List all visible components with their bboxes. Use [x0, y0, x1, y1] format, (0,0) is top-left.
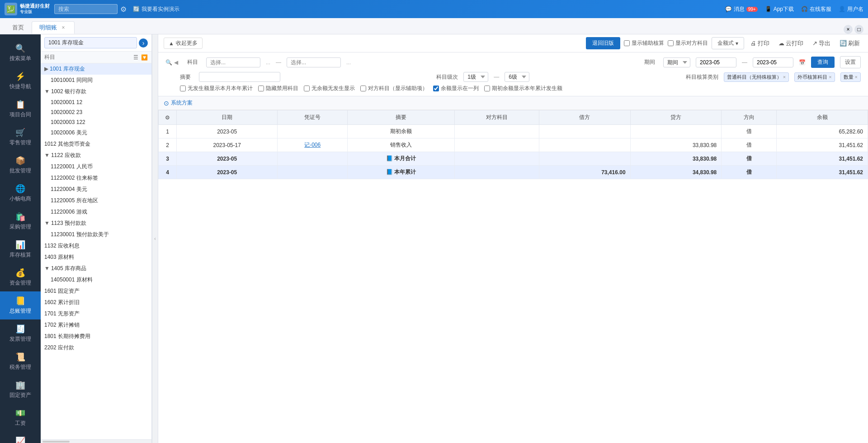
subject-sep2: ...	[346, 59, 351, 66]
window-close-btn[interactable]: ×	[844, 25, 853, 34]
online-service-btn[interactable]: 🎧 在线客服	[801, 5, 831, 13]
cb-balance-col[interactable]: 余额显示在一列	[433, 85, 479, 92]
tab-home[interactable]: 首页	[5, 21, 32, 34]
subject-input-from[interactable]	[206, 57, 260, 67]
cb-no-occur[interactable]: 无发生额显示本月本年累计	[180, 85, 253, 92]
table-row[interactable]: 2 2023-05-17 记-006 销售收入 33,830.98 借 31,4…	[159, 138, 868, 152]
tree-item-10020001[interactable]: 10020001 12	[41, 97, 151, 107]
user-avatar[interactable]: 👤 用户名	[839, 5, 863, 13]
account-navigate-btn[interactable]: ›	[139, 38, 148, 48]
sidebar-item-operation[interactable]: 📈 经营管理	[0, 432, 41, 443]
level-from-select[interactable]: 1级	[463, 72, 488, 82]
col-filter-icon[interactable]: 🔽	[141, 54, 148, 61]
level-to-select[interactable]: 6级	[505, 72, 529, 82]
sidebar-item-salary[interactable]: 💵 工资	[0, 404, 41, 432]
subject-input-to[interactable]	[287, 57, 341, 67]
tree-item-1132[interactable]: 1132 应收利息	[41, 240, 151, 252]
show-contra-checkbox[interactable]: 显示对方科目	[668, 39, 708, 47]
table-row[interactable]: 1 2023-05 期初余额 借 65,282.60	[159, 125, 868, 138]
tree-item-1801[interactable]: 1801 长期待摊费用	[41, 331, 151, 342]
messages-btn[interactable]: 💬 消息 99+	[725, 5, 758, 13]
return-old-btn[interactable]: 退回旧版	[586, 37, 620, 49]
tree-item-1701[interactable]: 1701 无形资产	[41, 308, 151, 319]
cb-contra[interactable]: 对方科目（显示辅助项）	[360, 85, 428, 92]
tree-item-11220006[interactable]: 11220006 游戏	[41, 206, 151, 218]
sidebar-item-assets[interactable]: 🏢 固定资产	[0, 376, 41, 404]
tree-item-1122[interactable]: ▼1122 应收款	[41, 150, 151, 161]
category-tag-3-close[interactable]: ×	[855, 74, 858, 80]
sidebar-item-retail[interactable]: 🛒 零售管理	[0, 123, 41, 151]
sidebar-item-quick[interactable]: ⚡ 快捷导航	[0, 67, 41, 95]
refresh-btn[interactable]: 🔄 刷新	[837, 38, 863, 49]
tree-item-10020006[interactable]: 10020006 美元	[41, 127, 151, 138]
tree-item-11220002[interactable]: 11220002 往来标签	[41, 172, 151, 184]
tree-item-1001[interactable]: ▶1001 库存现金	[41, 63, 151, 75]
window-maximize-btn[interactable]: □	[854, 25, 863, 34]
category-tag-2[interactable]: 外币核算科目 ×	[794, 72, 835, 82]
tree-item-1405[interactable]: ▼1405 库存商品	[41, 263, 151, 274]
panel-collapse-handle[interactable]: ‹	[152, 34, 158, 443]
sidebar-item-stock[interactable]: 📊 库存核算	[0, 235, 41, 263]
tree-item-1601[interactable]: 1601 固定资产	[41, 286, 151, 297]
calendar-icon[interactable]: 📅	[799, 59, 806, 66]
col-sort-icon[interactable]: ☰	[133, 54, 138, 61]
tree-item-1012[interactable]: 1012 其他货币资金	[41, 138, 151, 150]
tree-item-10020003[interactable]: 10020003 122	[41, 117, 151, 127]
tree-item-10020002[interactable]: 10020002 23	[41, 107, 151, 117]
app-download-btn[interactable]: 📱 App下载	[765, 5, 794, 13]
export-btn[interactable]: ↗ 导出	[810, 38, 833, 49]
period-end-input[interactable]	[753, 57, 793, 67]
sidebar-item-finance[interactable]: 💰 资金管理	[0, 263, 41, 291]
table-row[interactable]: 4 2023-05 📘 本年累计 73,416.00 34,830.98 借 3…	[159, 166, 868, 179]
sidebar-item-search[interactable]: 🔍 搜索菜单	[0, 39, 41, 67]
category-tag-3[interactable]: 数量 ×	[840, 72, 861, 82]
cloud-print-btn[interactable]: ☁ 云打印	[776, 38, 806, 49]
collapse-left-btn[interactable]: ◀	[174, 59, 178, 66]
tree-item-11220005[interactable]: 11220005 所在地区	[41, 195, 151, 206]
tree-item-1123[interactable]: ▼1123 预付款款	[41, 218, 151, 229]
tree-item-1702[interactable]: 1702 累计摊销	[41, 319, 151, 331]
cb-no-balance[interactable]: 无余额无发生显示	[304, 85, 355, 92]
demo-link[interactable]: 🔄 我要看实例演示	[133, 5, 179, 13]
tree-item-1602[interactable]: 1602 累计折旧	[41, 297, 151, 308]
tree-item-10010001[interactable]: 10010001 同同同	[41, 75, 151, 86]
amount-format-btn[interactable]: 金额式 ▾	[712, 37, 744, 49]
tree-item-2202[interactable]: 2202 应付款	[41, 342, 151, 353]
category-tag-1[interactable]: 普通科目（无特殊核算） ×	[724, 72, 789, 82]
query-btn[interactable]: 查询	[811, 57, 835, 68]
cb-hide-disabled[interactable]: 隐藏禁用科目	[258, 85, 298, 92]
sidebar-item-project[interactable]: 📋 项目合同	[0, 95, 41, 123]
category-tag-2-close[interactable]: ×	[829, 74, 831, 80]
tab-detail[interactable]: 明细账 ×	[32, 21, 75, 34]
sidebar-item-tax[interactable]: 📜 税务管理	[0, 348, 41, 376]
tab-detail-close[interactable]: ×	[60, 24, 67, 31]
period-mode-select[interactable]: 期间	[663, 57, 690, 67]
sidebar-item-wholesale[interactable]: 📦 批发管理	[0, 151, 41, 179]
account-panel-scrollbar[interactable]	[41, 439, 151, 443]
account-selected[interactable]: 1001 库存现金	[44, 37, 137, 48]
col-gear[interactable]: ⚙	[159, 110, 177, 125]
show-aux-checkbox[interactable]: 显示辅助核算	[624, 39, 664, 47]
top-search-input[interactable]	[54, 4, 118, 14]
sidebar-item-purchase[interactable]: 🛍️ 采购管理	[0, 207, 41, 235]
tree-item-1002[interactable]: ▼1002 银行存款	[41, 86, 151, 97]
tree-item-11220004[interactable]: 11220004 美元	[41, 184, 151, 195]
scheme-label[interactable]: 系统方案	[171, 99, 193, 107]
sidebar-item-ecommerce[interactable]: 🌐 小畅电商	[0, 179, 41, 207]
period-start-input[interactable]	[696, 57, 736, 67]
filter-settings-btn[interactable]: 设置	[840, 56, 861, 68]
summary-input[interactable]	[199, 72, 280, 82]
table-row[interactable]: 3 2023-05 📘 本月合计 33,830.98 借 31,451.62	[159, 152, 868, 166]
cb-initial-carry[interactable]: 期初余额显示本年累计发生额	[484, 85, 562, 92]
tree-item-11230001[interactable]: 11230001 预付款款美于	[41, 229, 151, 240]
row-voucher[interactable]: 记-006	[278, 138, 348, 152]
tree-item-14050001[interactable]: 14050001 原材料	[41, 274, 151, 286]
collapse-more-btn[interactable]: ▲ 收起更多	[164, 38, 203, 49]
print-btn[interactable]: 🖨 打印	[748, 38, 772, 49]
tree-item-11220001[interactable]: 11220001 人民币	[41, 161, 151, 172]
sidebar-item-invoice[interactable]: 🧾 发票管理	[0, 319, 41, 348]
tree-item-1403[interactable]: 1403 原材料	[41, 252, 151, 263]
category-tag-1-close[interactable]: ×	[783, 74, 786, 80]
top-gear-btn[interactable]: ⚙	[118, 4, 129, 15]
sidebar-item-ledger[interactable]: 📒 总账管理	[0, 291, 41, 319]
